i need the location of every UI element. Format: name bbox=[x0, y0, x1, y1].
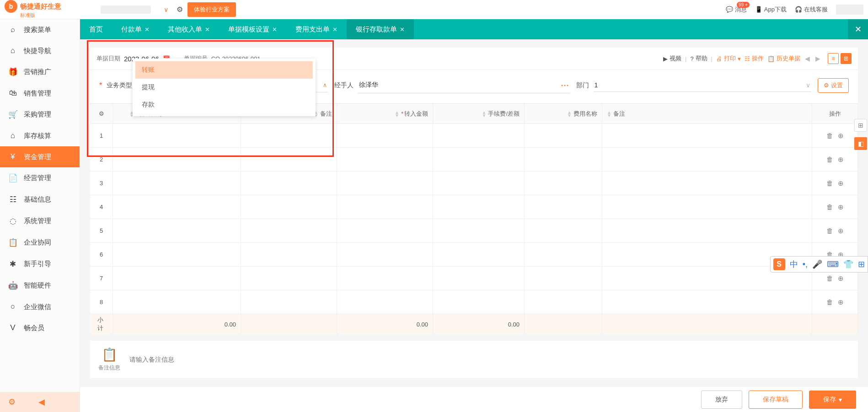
cell-fee-name[interactable] bbox=[525, 243, 602, 266]
save-draft-button[interactable]: 保存草稿 bbox=[749, 391, 803, 409]
dropdown-option-transfer[interactable]: 转账 bbox=[135, 61, 313, 79]
add-row-icon[interactable]: ⊕ bbox=[838, 298, 844, 306]
cell-note1[interactable] bbox=[241, 171, 337, 195]
table-row[interactable]: 3 🗑 ⊕ bbox=[90, 171, 858, 195]
sidebar-item-basicinfo[interactable]: ☷基础信息 bbox=[0, 189, 80, 210]
delete-row-icon[interactable]: 🗑 bbox=[826, 274, 833, 283]
ime-toolbar[interactable]: S 中 •, 🎤 ⌨ 👕 ⊞ bbox=[770, 256, 868, 273]
app-download-link[interactable]: 📱 App下载 bbox=[755, 5, 787, 14]
th-fee[interactable]: ▲▼手续费/差额 bbox=[433, 104, 525, 123]
sidebar-item-search[interactable]: ⌕搜索菜单 bbox=[0, 19, 80, 40]
add-row-icon[interactable]: ⊕ bbox=[838, 155, 844, 164]
cell-fee-name[interactable] bbox=[525, 171, 602, 195]
discard-button[interactable]: 放弃 bbox=[701, 391, 742, 409]
company-gear-icon[interactable]: ⚙ bbox=[177, 5, 183, 14]
cell-fee[interactable] bbox=[433, 171, 525, 195]
add-row-icon[interactable]: ⊕ bbox=[838, 227, 844, 235]
ime-keyboard-icon[interactable]: ⌨ bbox=[827, 259, 839, 269]
cell-in-amount[interactable] bbox=[337, 243, 433, 266]
config-button[interactable]: ⚙设置 bbox=[818, 78, 849, 93]
cell-out-account[interactable] bbox=[113, 219, 241, 242]
cell-note2[interactable] bbox=[602, 171, 812, 195]
cell-fee[interactable] bbox=[433, 243, 525, 266]
sidebar-item-marketing[interactable]: 🎁营销推广 bbox=[0, 61, 80, 83]
sidebar-item-quicknav[interactable]: ⌂快捷导航 bbox=[0, 40, 80, 61]
table-row[interactable]: 6 🗑 ⊕ bbox=[90, 243, 858, 267]
company-chevron-icon[interactable]: ∨ bbox=[164, 6, 168, 13]
ime-mic-icon[interactable]: 🎤 bbox=[812, 259, 822, 269]
cell-fee[interactable] bbox=[433, 267, 525, 290]
cell-in-amount[interactable] bbox=[337, 148, 433, 171]
table-row[interactable]: 8 🗑 ⊕ bbox=[90, 290, 858, 314]
tab-template[interactable]: 单据模板设置✕ bbox=[219, 19, 286, 39]
handler-input[interactable]: 徐泽华 ⋯ bbox=[358, 77, 570, 93]
cell-fee-name[interactable] bbox=[525, 124, 602, 147]
close-icon[interactable]: ✕ bbox=[145, 26, 150, 33]
th-note2[interactable]: ▲▼备注 bbox=[602, 104, 812, 123]
footer-gear-icon[interactable]: ⚙ bbox=[8, 397, 16, 407]
sidebar-item-system[interactable]: ◌系统管理 bbox=[0, 210, 80, 232]
cell-fee-name[interactable] bbox=[525, 148, 602, 171]
cell-in-amount[interactable] bbox=[337, 124, 433, 147]
delete-row-icon[interactable]: 🗑 bbox=[826, 132, 833, 140]
close-icon[interactable]: ✕ bbox=[400, 26, 405, 33]
tab-other-income[interactable]: 其他收入单✕ bbox=[159, 19, 219, 39]
cell-note2[interactable] bbox=[602, 195, 812, 219]
operations-button[interactable]: ☷操作 bbox=[745, 54, 764, 63]
cell-in-amount[interactable] bbox=[337, 171, 433, 195]
cell-in-amount[interactable] bbox=[337, 267, 433, 290]
cell-note1[interactable] bbox=[241, 195, 337, 219]
cell-note2[interactable] bbox=[602, 290, 812, 314]
delete-row-icon[interactable]: 🗑 bbox=[826, 155, 833, 164]
cell-in-amount[interactable] bbox=[337, 290, 433, 314]
tab-expense[interactable]: 费用支出单✕ bbox=[286, 19, 347, 39]
cell-note1[interactable] bbox=[241, 243, 337, 266]
dropdown-option-deposit[interactable]: 存款 bbox=[135, 96, 313, 113]
cell-fee-name[interactable] bbox=[525, 290, 602, 314]
cell-note1[interactable] bbox=[241, 148, 337, 171]
cell-out-account[interactable] bbox=[113, 148, 241, 171]
help-link[interactable]: ?帮助 bbox=[690, 54, 707, 63]
cell-out-account[interactable] bbox=[113, 171, 241, 195]
cell-fee[interactable] bbox=[433, 148, 525, 171]
remarks-input[interactable] bbox=[129, 356, 850, 363]
next-doc-icon[interactable]: ▶ bbox=[814, 55, 821, 62]
ime-punct-icon[interactable]: •, bbox=[803, 260, 808, 269]
ime-skin-icon[interactable]: 👕 bbox=[843, 259, 853, 269]
dept-select[interactable]: 1 ∨ bbox=[594, 79, 812, 92]
footer-collapse-icon[interactable]: ◀ bbox=[38, 397, 45, 407]
sidebar-item-wechat[interactable]: ○企业微信 bbox=[0, 296, 80, 317]
cell-note2[interactable] bbox=[602, 124, 812, 147]
cell-fee[interactable] bbox=[433, 290, 525, 314]
tab-bank-deposit[interactable]: 银行存取款单✕ bbox=[347, 19, 414, 39]
experience-button[interactable]: 体验行业方案 bbox=[188, 2, 236, 17]
view-list-toggle[interactable]: ≡ bbox=[828, 53, 839, 64]
sidebar-item-hardware[interactable]: 🤖智能硬件 bbox=[0, 275, 80, 296]
cell-in-amount[interactable] bbox=[337, 219, 433, 242]
view-card-toggle[interactable]: ⊞ bbox=[841, 53, 852, 64]
delete-row-icon[interactable]: 🗑 bbox=[826, 179, 833, 187]
ime-lang[interactable]: 中 bbox=[790, 259, 798, 270]
table-row[interactable]: 1 🗑 ⊕ bbox=[90, 124, 858, 148]
table-row[interactable]: 2 🗑 ⊕ bbox=[90, 148, 858, 171]
cell-note1[interactable] bbox=[241, 290, 337, 314]
add-row-icon[interactable]: ⊕ bbox=[838, 274, 844, 283]
th-gear[interactable]: ⚙ bbox=[90, 104, 113, 123]
video-link[interactable]: ▶视频 bbox=[663, 54, 681, 63]
close-icon[interactable]: ✕ bbox=[332, 26, 338, 33]
sidebar-item-sales[interactable]: 🛍销售管理 bbox=[0, 83, 80, 104]
cell-fee[interactable] bbox=[433, 195, 525, 219]
cell-note2[interactable] bbox=[602, 219, 812, 242]
sidebar-item-guide[interactable]: ✱新手引导 bbox=[0, 253, 80, 275]
cell-out-account[interactable] bbox=[113, 290, 241, 314]
cell-fee[interactable] bbox=[433, 124, 525, 147]
sidebar-item-finance[interactable]: ¥资金管理 bbox=[0, 146, 80, 167]
cell-note1[interactable] bbox=[241, 219, 337, 242]
cell-note1[interactable] bbox=[241, 124, 337, 147]
rail-button-2[interactable]: ◧ bbox=[854, 137, 867, 150]
close-icon[interactable]: ✕ bbox=[205, 26, 210, 33]
print-button[interactable]: 🖨打印▾ bbox=[716, 54, 741, 63]
table-row[interactable]: 5 🗑 ⊕ bbox=[90, 219, 858, 243]
cell-out-account[interactable] bbox=[113, 124, 241, 147]
tab-home[interactable]: 首页 bbox=[80, 19, 112, 39]
